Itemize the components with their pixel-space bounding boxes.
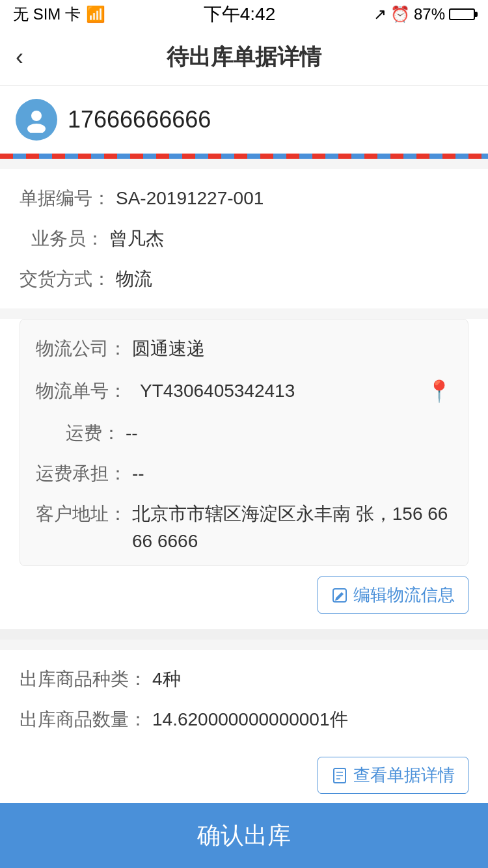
tracking-value: YT43064053424​13 xyxy=(135,377,418,405)
alarm-icon: ⏰ xyxy=(390,5,410,23)
goods-quantity-label: 出库商品数量： xyxy=(20,706,147,733)
logistics-section: 物流公司： 圆通速递 物流单号： YT43064053424​13 📍 运费： … xyxy=(0,319,488,629)
document-icon xyxy=(331,767,348,784)
wifi-icon: 📶 xyxy=(86,5,105,23)
sales-person-row: 业务员： 曾凡杰 xyxy=(20,225,468,252)
freight-bearer-row: 运费承担： -- xyxy=(36,460,452,487)
location-icon[interactable]: 📍 xyxy=(426,375,452,407)
edit-logistics-button[interactable]: 编辑物流信息 xyxy=(318,576,468,614)
confirm-button[interactable]: 确认出库 xyxy=(0,803,488,868)
goods-types-row: 出库商品种类： 4种 xyxy=(20,666,468,693)
view-detail-button[interactable]: 查看单据详情 xyxy=(318,757,468,794)
address-row: 客户地址： 北京市市辖区海淀区永丰南 张，156 6666 6666 xyxy=(36,500,452,555)
goods-types-value: 4种 xyxy=(147,666,468,693)
logistics-company-label: 物流公司： xyxy=(36,335,127,362)
battery-label: 87% xyxy=(414,5,445,23)
back-button[interactable]: ‹ xyxy=(16,44,23,71)
delivery-method-label: 交货方式： xyxy=(20,265,111,293)
delivery-method-value: 物流 xyxy=(111,265,468,293)
nav-title: 待出库单据详情 xyxy=(167,42,321,72)
freight-bearer-value: -- xyxy=(127,460,452,487)
goods-quantity-row: 出库商品数量： 14.620000000000001件 xyxy=(20,706,468,733)
logistics-company-row: 物流公司： 圆通速递 xyxy=(36,335,452,362)
logistics-card: 物流公司： 圆通速递 物流单号： YT43064053424​13 📍 运费： … xyxy=(20,319,468,566)
freight-row: 运费： -- xyxy=(36,420,452,447)
customer-phone: 17666666666 xyxy=(68,106,211,133)
sales-person-value: 曾凡杰 xyxy=(104,225,468,252)
tracking-row: 物流单号： YT43064053424​13 📍 xyxy=(36,375,452,407)
svg-point-1 xyxy=(27,124,46,133)
delivery-method-row: 交货方式： 物流 xyxy=(20,265,468,293)
avatar xyxy=(16,99,57,141)
status-left: 无 SIM 卡 📶 xyxy=(13,4,105,25)
status-right: ↗ ⏰ 87% xyxy=(373,5,475,23)
nav-bar: ‹ 待出库单据详情 xyxy=(0,29,488,86)
customer-header: 17666666666 xyxy=(0,86,488,154)
edit-btn-container: 编辑物流信息 xyxy=(20,566,468,614)
goods-quantity-value: 14.620000000000001件 xyxy=(147,706,468,733)
location-status-icon: ↗ xyxy=(373,5,386,23)
address-label: 客户地址： xyxy=(36,500,127,528)
address-value: 北京市市辖区海淀区永丰南 张，156 6666 6666 xyxy=(127,500,452,555)
logistics-company-value: 圆通速递 xyxy=(127,335,452,362)
dashed-divider xyxy=(0,154,488,159)
freight-value: -- xyxy=(120,420,452,447)
confirm-label: 确认出库 xyxy=(197,820,291,852)
goods-section: 出库商品种类： 4种 出库商品数量： 14.620000000000001件 查… xyxy=(0,650,488,809)
carrier-label: 无 SIM 卡 xyxy=(13,4,81,25)
tracking-label: 物流单号： xyxy=(36,377,127,405)
freight-label: 运费： xyxy=(36,420,120,447)
goods-types-label: 出库商品种类： xyxy=(20,666,147,693)
freight-bearer-label: 运费承担： xyxy=(36,460,127,487)
sales-person-label: 业务员： xyxy=(20,225,104,252)
doc-number-value: SA-20191227-001 xyxy=(111,185,468,212)
battery-icon xyxy=(449,8,475,20)
edit-logistics-label: 编辑物流信息 xyxy=(353,584,455,606)
doc-number-row: 单据编号： SA-20191227-001 xyxy=(20,185,468,212)
view-detail-label: 查看单据详情 xyxy=(353,764,455,787)
status-time: 下午4:42 xyxy=(204,2,276,27)
gray-divider xyxy=(0,629,488,640)
person-icon xyxy=(23,107,49,133)
status-bar: 无 SIM 卡 📶 下午4:42 ↗ ⏰ 87% xyxy=(0,0,488,29)
document-info-section: 单据编号： SA-20191227-001 业务员： 曾凡杰 交货方式： 物流 xyxy=(0,169,488,308)
view-detail-btn-container: 查看单据详情 xyxy=(20,746,468,794)
edit-icon xyxy=(331,587,348,604)
svg-point-0 xyxy=(31,111,42,121)
doc-number-label: 单据编号： xyxy=(20,185,111,212)
